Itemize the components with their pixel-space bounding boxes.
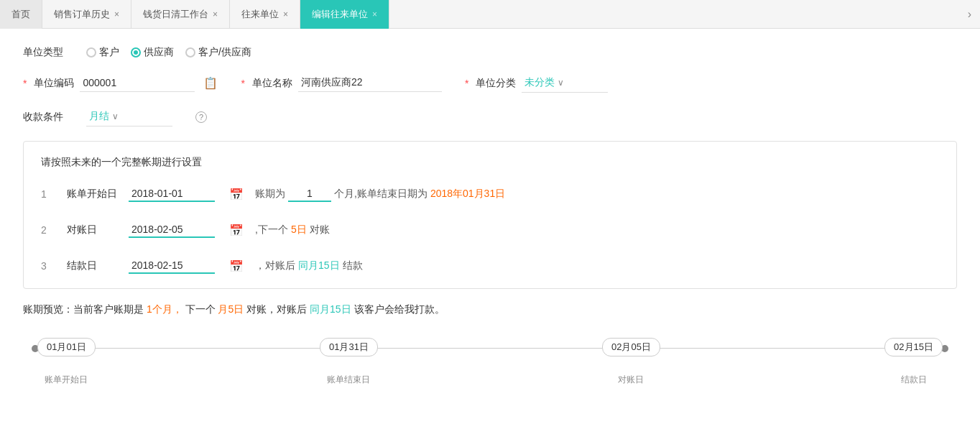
reconcile-date-calendar-icon[interactable]: 📅: [229, 224, 244, 237]
payment-terms-select[interactable]: 月结 ∨: [86, 107, 172, 126]
row-1-prefix: 账期为: [255, 188, 285, 201]
unit-type-label: 单位类型: [23, 46, 63, 59]
timeline-label-1: 账单开始日: [45, 374, 88, 386]
radio-customer-circle: [86, 47, 96, 58]
payment-terms-row: 收款条件 月结 ∨ ?: [23, 107, 957, 126]
timeline-label-4: 结款日: [901, 374, 927, 386]
unit-info-row: * 单位编码 📋 * 单位名称 * 单位分类 未分类 ∨: [23, 73, 957, 93]
row-2-number: 2: [41, 224, 55, 236]
preview-part1: 1个月，: [147, 303, 182, 315]
tab-cash-close-icon[interactable]: ×: [213, 9, 218, 19]
row-3-highlight: 同月15日: [298, 259, 340, 272]
timeline-label-2: 账单结束日: [327, 374, 370, 386]
tab-sales-close-icon[interactable]: ×: [114, 9, 119, 19]
tab-cash-work[interactable]: 钱货日清工作台 ×: [131, 0, 230, 29]
tab-partner-label: 往来单位: [241, 8, 279, 21]
unit-category-label: 单位分类: [476, 77, 516, 90]
row-3-prefix: ，对账后: [255, 259, 295, 272]
row-1-end-date: 2018年01月31日: [430, 188, 505, 201]
payment-terms-help-icon[interactable]: ?: [195, 111, 207, 123]
tab-edit-partner-label: 编辑往来单位: [312, 8, 368, 21]
unit-category-select[interactable]: 未分类 ∨: [522, 73, 608, 93]
tab-partner-close-icon[interactable]: ×: [283, 9, 288, 19]
row-2-highlight: 5日: [291, 224, 307, 236]
tab-more-button[interactable]: ›: [959, 0, 980, 29]
tab-bar: 首页 销售订单历史 × 钱货日清工作台 × 往来单位 × 编辑往来单位 × ›: [0, 0, 980, 29]
unit-name-label: 单位名称: [252, 77, 292, 90]
period-row-3: 3 结款日 📅 ，对账后 同月15日 结款: [41, 258, 939, 274]
timeline-point-4: 02月15日 结款日: [884, 338, 943, 386]
timeline-label-3: 对账日: [618, 374, 644, 386]
row-2-prefix: ,下一个: [255, 224, 288, 236]
tab-edit-partner-close-icon[interactable]: ×: [372, 9, 377, 19]
unit-category-chevron-icon: ∨: [558, 78, 564, 88]
unit-code-icon[interactable]: 📋: [203, 76, 218, 90]
row-3-label: 结款日: [67, 259, 117, 272]
preview-section: 账期预览：当前客户账期是 1个月， 下一个 月5日 对账，对账后 同月15日 该…: [23, 303, 957, 316]
radio-supplier-label: 供应商: [144, 46, 174, 59]
timeline-badge-4: 02月15日: [884, 338, 943, 356]
period-row-2: 2 对账日 📅 ,下一个 5日 对账: [41, 222, 939, 238]
unit-category-value: 未分类: [524, 76, 555, 89]
tab-sales-label: 销售订单历史: [54, 8, 110, 21]
period-row-1: 1 账单开始日 📅 账期为 个月,账单结束日期为 2018年01月31日: [41, 186, 939, 202]
payment-terms-value: 月结: [89, 110, 109, 123]
radio-customer-label: 客户: [99, 46, 119, 59]
radio-both-label: 客户/供应商: [198, 46, 251, 59]
start-date-calendar-icon[interactable]: 📅: [229, 188, 244, 201]
unit-name-group: * 单位名称: [241, 74, 441, 92]
unit-type-radio-group: 客户 供应商 客户/供应商: [86, 46, 251, 59]
timeline-point-3: 02月05日 对账日: [602, 338, 660, 386]
timeline-point-2: 01月31日 账单结束日: [320, 338, 378, 386]
row-2-label: 对账日: [67, 224, 117, 236]
row-1-desc: 账期为 个月,账单结束日期为 2018年01月31日: [255, 186, 505, 202]
payment-date-input[interactable]: [129, 258, 215, 274]
radio-customer[interactable]: 客户: [86, 46, 119, 59]
timeline-badge-3: 02月05日: [602, 338, 660, 356]
radio-supplier-circle: [131, 47, 141, 58]
unit-code-input[interactable]: [80, 74, 195, 92]
timeline-badge-1: 01月01日: [37, 338, 96, 356]
tab-partner[interactable]: 往来单位 ×: [230, 0, 300, 29]
unit-code-label: 单位编码: [34, 77, 74, 90]
main-content: 单位类型 客户 供应商 客户/供应商 * 单位编码 📋 * 单位名称: [0, 29, 980, 437]
payment-date-calendar-icon[interactable]: 📅: [229, 259, 244, 273]
unit-name-star: *: [241, 78, 244, 89]
unit-name-input[interactable]: [298, 74, 442, 92]
row-2-suffix: 对账: [310, 224, 330, 236]
row-1-number: 1: [41, 188, 55, 200]
row-1-suffix: 个月,账单结束日期为: [334, 188, 427, 201]
reconcile-date-input[interactable]: [129, 222, 215, 238]
payment-terms-label: 收款条件: [23, 111, 63, 124]
radio-both[interactable]: 客户/供应商: [185, 46, 251, 59]
unit-type-row: 单位类型 客户 供应商 客户/供应商: [23, 46, 957, 59]
unit-category-group: * 单位分类 未分类 ∨: [465, 73, 608, 93]
row-3-suffix: 结款: [343, 259, 363, 272]
row-3-desc: ，对账后 同月15日 结款: [255, 259, 363, 272]
timeline-section: 01月01日 账单开始日 01月31日 账单结束日 02月05日 对账日 02月…: [23, 331, 957, 408]
tab-home-label: 首页: [11, 8, 30, 21]
unit-code-star: *: [23, 78, 27, 89]
radio-supplier[interactable]: 供应商: [131, 46, 174, 59]
start-date-input[interactable]: [129, 186, 215, 202]
row-1-label: 账单开始日: [67, 188, 117, 201]
preview-part2-suffix: 对账，对账后: [246, 303, 307, 315]
timeline-badge-2: 01月31日: [320, 338, 378, 356]
preview-part3-highlight: 同月15日: [310, 303, 351, 315]
payment-terms-chevron-icon: ∨: [112, 111, 119, 121]
tab-edit-partner[interactable]: 编辑往来单位 ×: [300, 0, 389, 29]
preview-part2-highlight: 月5日: [218, 303, 244, 315]
row-3-number: 3: [41, 260, 55, 272]
tab-cash-label: 钱货日清工作台: [143, 8, 208, 21]
row-2-desc: ,下一个 5日 对账: [255, 224, 330, 236]
unit-category-star: *: [465, 78, 468, 89]
radio-both-circle: [185, 47, 195, 58]
panel-title: 请按照未来的一个完整帐期进行设置: [41, 156, 939, 169]
period-panel: 请按照未来的一个完整帐期进行设置 1 账单开始日 📅 账期为 个月,账单结束日期…: [23, 141, 957, 289]
tab-sales-history[interactable]: 销售订单历史 ×: [42, 0, 131, 29]
timeline-points: 01月01日 账单开始日 01月31日 账单结束日 02月05日 对账日 02月…: [37, 338, 943, 386]
preview-prefix: 账期预览：当前客户账期是: [23, 303, 144, 315]
preview-part2-prefix: 下一个: [185, 303, 216, 315]
tab-home[interactable]: 首页: [0, 0, 42, 29]
period-num-input[interactable]: [288, 186, 331, 202]
